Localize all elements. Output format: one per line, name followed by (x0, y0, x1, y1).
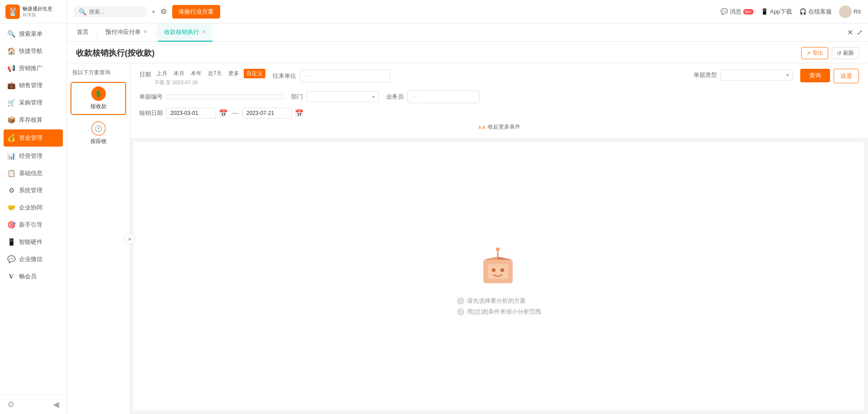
verify-date-label: 核销日期 (139, 109, 163, 117)
shortcut-last7days[interactable]: 近7天 (206, 69, 224, 78)
verify-date-start-cal-icon[interactable]: 📅 (219, 109, 228, 118)
partner-input[interactable]: ··· (300, 70, 390, 82)
tab-prepay-close[interactable]: ✕ (143, 29, 147, 35)
topbar-search-box[interactable]: 🔍 (74, 6, 146, 17)
sidebar-item-operations[interactable]: 📊 经营管理 (0, 148, 66, 165)
doc-type-label: 单据类型 (693, 71, 717, 79)
sidebar-collapse-icon[interactable]: ◀ (53, 400, 59, 409)
sidebar-item-quick-nav[interactable]: 🏠 快捷导航 (0, 43, 66, 60)
member-icon: V (7, 273, 15, 281)
settings-btn[interactable]: 设置 (834, 69, 859, 83)
staff-input[interactable]: ··· (407, 90, 480, 103)
tab-close-all-icon[interactable]: ✕ (847, 28, 853, 37)
topbar-gear-icon[interactable]: ⚙ (160, 7, 167, 16)
industry-btn[interactable]: 体验行业方案 (172, 5, 220, 19)
partner-label: 往来单位 (273, 72, 296, 80)
topbar-right: 💬 消息 99+ 📱 App下载 🎧 在线客服 Rit (721, 5, 861, 18)
empty-step-1-label: 请先选择要分析的方案 (467, 297, 526, 305)
sidebar-item-cooperation[interactable]: 🤝 企业协同 (0, 199, 66, 216)
sidebar-item-label: 搜索菜单 (19, 30, 42, 38)
topbar-dropdown-icon[interactable]: ▾ (152, 8, 155, 15)
marketing-icon: 📢 (7, 64, 15, 72)
empty-svg-illustration (474, 239, 524, 289)
sidebar-item-purchase[interactable]: 🛒 采购管理 (0, 94, 66, 111)
refresh-btn[interactable]: ↺ 刷新 (832, 47, 859, 59)
tab-expand-icon[interactable]: ⤢ (857, 28, 863, 37)
collapse-more-label: 收起更多条件 (488, 123, 520, 131)
verify-date-end-input[interactable] (242, 108, 292, 119)
topbar-search-input[interactable] (89, 9, 142, 15)
shortcut-more[interactable]: 更多 (226, 69, 241, 78)
main-area: 🔍 ▾ ⚙ 体验行业方案 💬 消息 99+ 📱 App下载 🎧 在线客服 Rit (67, 0, 868, 414)
page-title: 收款核销执行(按收款) (76, 48, 155, 58)
collapse-chevron-icon: ∧∧ (478, 124, 486, 130)
dept-select[interactable]: ▾ (307, 91, 379, 102)
sidebar-item-marketing[interactable]: 📢 营销推广 (0, 60, 66, 77)
operations-icon: 📊 (7, 152, 15, 160)
filter-by-receivable[interactable]: 🕐 按应收 (71, 117, 126, 150)
sidebar-item-hardware[interactable]: 📱 智能硬件 (0, 233, 66, 251)
tabs-actions: ✕ ⤢ (847, 28, 864, 37)
messages-btn[interactable]: 💬 消息 99+ (721, 8, 754, 16)
doc-no-label: 单据编号 (139, 93, 163, 101)
system-icon: ⚙ (7, 186, 15, 195)
export-btn[interactable]: ↗ 导出 (801, 47, 828, 59)
sidebar-item-member[interactable]: V 畅会员 (0, 268, 66, 285)
wechat-icon: 💬 (7, 255, 15, 263)
filter-panel-title: 按以下方案查询 (67, 69, 130, 80)
shortcut-custom[interactable]: 自定义 (244, 69, 265, 78)
query-btn[interactable]: 查询 (800, 69, 830, 82)
tab-prepay[interactable]: 预付冲应付单 ✕ (99, 24, 154, 42)
sidebar-item-finance[interactable]: 💰 资金管理 (4, 129, 63, 147)
tab-home[interactable]: 首页 (71, 24, 95, 42)
shortcut-this-year[interactable]: 本年 (189, 69, 203, 78)
tab-bar: 首页 预付冲应付单 ✕ 收款核销执行 ✕ ✕ ⤢ (67, 24, 868, 42)
finance-icon: 💰 (7, 134, 15, 142)
sidebar-item-wechat[interactable]: 💬 企业微信 (0, 251, 66, 268)
doc-no-input[interactable] (166, 95, 284, 99)
service-icon: 🎧 (799, 8, 807, 15)
verify-date-start-input[interactable] (166, 108, 216, 119)
sidebar-item-sales[interactable]: 💼 销售管理 (0, 77, 66, 94)
collapse-more-btn[interactable]: ∧∧ 收起更多条件 (139, 121, 859, 133)
query-area: 日期 上月 本月 本年 近7天 更多 自定义 不限 至 2023-07-26 (130, 63, 868, 414)
sidebar-item-basic-info[interactable]: 📋 基础信息 (0, 165, 66, 182)
filter-by-receipt[interactable]: 💲 按收款 (71, 82, 126, 115)
svg-point-7 (496, 247, 500, 251)
tab-receivable-close[interactable]: ✕ (202, 29, 206, 35)
tab-divider-1 (97, 29, 97, 36)
verify-date-end-cal-icon[interactable]: 📅 (295, 109, 304, 118)
hardware-icon: 📱 (7, 238, 15, 246)
user-area[interactable]: Rit (839, 5, 861, 18)
sidebar-item-label: 营销推广 (19, 64, 42, 72)
online-service-btn[interactable]: 🎧 在线客服 (799, 8, 832, 16)
shortcut-last-month[interactable]: 上月 (155, 69, 169, 78)
staff-dots: ··· (411, 93, 420, 101)
empty-step-2-label: 用[过滤]条件来缩小分析范围 (467, 308, 541, 316)
app-download-btn[interactable]: 📱 App下载 (761, 8, 792, 16)
logo-icon: 🐰 (5, 5, 20, 19)
doc-type-select[interactable]: ▾ (721, 70, 793, 81)
filter-panel-collapse-btn[interactable]: » (124, 233, 135, 244)
dept-label: 部门 (291, 93, 303, 101)
form-actions: 查询 设置 (800, 69, 859, 83)
query-form: 日期 上月 本月 本年 近7天 更多 自定义 不限 至 2023-07-26 (130, 63, 868, 138)
sidebar-item-label: 企业微信 (19, 255, 42, 263)
tab-divider-2 (156, 29, 156, 36)
receipt-icon: 💲 (91, 86, 106, 101)
search-icon: 🔍 (7, 30, 15, 38)
sidebar-item-label: 畅会员 (19, 272, 37, 281)
sidebar-settings-icon[interactable]: ⚙ (7, 400, 14, 409)
tab-prepay-label: 预付冲应付单 (105, 28, 141, 36)
sidebar-item-search[interactable]: 🔍 搜索菜单 (0, 25, 66, 43)
tab-receivable[interactable]: 收款核销执行 ✕ (158, 24, 212, 42)
empty-step-1: 1 请先选择要分析的方案 (457, 297, 541, 305)
dept-chevron: ▾ (372, 94, 375, 100)
sidebar-item-beginner[interactable]: 🎯 新手引导 (0, 216, 66, 233)
sidebar-item-inventory[interactable]: 📦 库存核算 (0, 111, 66, 128)
sidebar-item-system[interactable]: ⚙ 系统管理 (0, 182, 66, 199)
shortcut-this-month[interactable]: 本月 (172, 69, 186, 78)
empty-state: 1 请先选择要分析的方案 2 用[过滤]条件来缩小分析范围 (134, 142, 864, 410)
inventory-icon: 📦 (7, 116, 15, 124)
svg-point-5 (500, 268, 504, 272)
